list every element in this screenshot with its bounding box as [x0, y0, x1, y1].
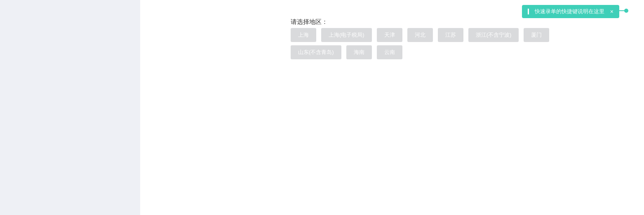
left-sidebar — [0, 0, 140, 215]
main-content: 请选择地区： 上海上海(电子税局)天津河北江苏浙江(不含宁波)厦门 山东(不含青… — [140, 0, 644, 215]
region-btn-shanghai[interactable]: 上海 — [291, 28, 316, 42]
tooltip-close-button[interactable]: × — [610, 8, 613, 15]
region-btn-jiangsu[interactable]: 江苏 — [438, 28, 463, 42]
region-buttons-row2: 山东(不含青岛)海南云南 — [291, 45, 402, 59]
page-label: 请选择地区： — [291, 18, 328, 26]
region-btn-yunnan[interactable]: 云南 — [377, 45, 402, 59]
region-btn-xiamen[interactable]: 厦门 — [524, 28, 549, 42]
region-btn-shandong[interactable]: 山东(不含青岛) — [291, 45, 341, 59]
region-buttons-row1: 上海上海(电子税局)天津河北江苏浙江(不含宁波)厦门 — [291, 28, 549, 42]
tooltip-connector-dot — [624, 9, 628, 13]
region-btn-hebei[interactable]: 河北 — [407, 28, 433, 42]
tooltip-banner: 快速录单的快捷键说明在这里 × — [522, 5, 619, 18]
tooltip-bar-decoration — [528, 9, 529, 14]
region-btn-tianjin[interactable]: 天津 — [377, 28, 402, 42]
region-btn-zhejiang[interactable]: 浙江(不含宁波) — [468, 28, 519, 42]
region-btn-hainan[interactable]: 海南 — [346, 45, 372, 59]
tooltip-text: 快速录单的快捷键说明在这里 — [535, 8, 604, 15]
region-btn-shanghai-etax[interactable]: 上海(电子税局) — [321, 28, 372, 42]
